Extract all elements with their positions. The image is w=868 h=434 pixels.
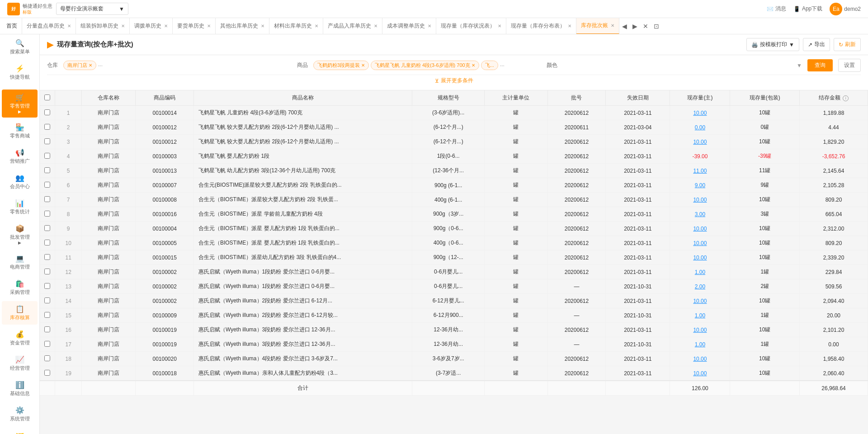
- tab-close-all-btn[interactable]: ✕: [640, 18, 651, 34]
- row-checkbox[interactable]: [44, 167, 50, 173]
- row-qty-main[interactable]: 3.00: [670, 207, 730, 222]
- query-btn[interactable]: 查询: [807, 59, 833, 71]
- company-select[interactable]: 母婴行业演示账套 ▼: [56, 3, 128, 15]
- warehouse-more[interactable]: ···: [98, 62, 103, 69]
- sidebar-item-retail-mgmt[interactable]: 🛒 零售管理 ▶: [2, 90, 38, 118]
- tab-close-icon[interactable]: ✕: [428, 24, 431, 28]
- table-wrapper[interactable]: 仓库名称 商品编码 商品名称 规格型号 主计量单位 批号 失效日期 现存量(主)…: [40, 90, 868, 434]
- row-qty-main[interactable]: 10.00: [670, 222, 730, 236]
- row-checkbox-cell[interactable]: [40, 207, 55, 222]
- row-checkbox-cell[interactable]: [40, 294, 55, 308]
- amount-info-icon[interactable]: i: [843, 95, 849, 101]
- tab-close-icon[interactable]: ✕: [568, 24, 571, 28]
- user-area[interactable]: Ea demo2: [830, 3, 861, 15]
- tab-prev-btn[interactable]: ◀: [619, 18, 630, 34]
- row-qty-main[interactable]: 10.00: [670, 135, 730, 149]
- tab-close-icon[interactable]: ✕: [164, 24, 168, 28]
- sidebar-item-retail-stats[interactable]: 📊 零售统计: [2, 195, 38, 219]
- sidebar-item-retail-shop[interactable]: 🏪 零售商城: [2, 119, 38, 143]
- row-checkbox[interactable]: [44, 138, 50, 144]
- row-qty-main[interactable]: 11.00: [670, 164, 730, 178]
- row-checkbox-cell[interactable]: [40, 337, 55, 352]
- settings-btn[interactable]: 设置: [838, 59, 861, 72]
- row-checkbox[interactable]: [44, 240, 50, 245]
- row-checkbox-cell[interactable]: [40, 164, 55, 178]
- row-checkbox[interactable]: [44, 269, 50, 274]
- row-qty-main[interactable]: 1.00: [670, 265, 730, 279]
- refresh-btn[interactable]: ↻ 刷新: [834, 38, 861, 51]
- tab-chengben[interactable]: 成本调整单历史 ✕: [382, 18, 436, 34]
- row-checkbox-cell[interactable]: [40, 149, 55, 164]
- template-print-btn[interactable]: 🖨️ 按模板打印 ▼: [746, 38, 799, 51]
- sidebar-item-basic[interactable]: ℹ️ 基础信息: [2, 377, 38, 401]
- sidebar-item-wholesale[interactable]: 📦 批发管理 ▶: [2, 221, 38, 249]
- row-qty-main[interactable]: 10.00: [670, 236, 730, 250]
- row-checkbox-cell[interactable]: [40, 193, 55, 207]
- tab-next-btn[interactable]: ▶: [630, 18, 640, 34]
- tag-close-icon[interactable]: ✕: [361, 63, 365, 68]
- tab-close-icon[interactable]: ✕: [611, 23, 614, 28]
- row-qty-main[interactable]: 10.00: [670, 366, 730, 381]
- row-checkbox-cell[interactable]: [40, 352, 55, 366]
- sidebar-item-inventory[interactable]: 📋 库存核算: [2, 301, 38, 325]
- row-checkbox[interactable]: [44, 153, 50, 159]
- select-all-checkbox[interactable]: [44, 94, 50, 100]
- row-qty-main[interactable]: 10.00: [670, 294, 730, 308]
- row-checkbox[interactable]: [44, 355, 50, 361]
- tab-qita[interactable]: 其他出库单历史 ✕: [216, 18, 269, 34]
- sidebar-item-purchase[interactable]: 🛍️ 采购管理: [2, 276, 38, 299]
- row-checkbox-cell[interactable]: [40, 222, 55, 236]
- tab-fenpan[interactable]: 分量盘点单历史 ✕: [22, 18, 76, 34]
- tag-close-icon[interactable]: ✕: [472, 63, 475, 68]
- row-checkbox-cell[interactable]: [40, 279, 55, 294]
- tab-menu-btn[interactable]: ⊡: [651, 18, 662, 34]
- row-checkbox[interactable]: [44, 211, 50, 217]
- row-checkbox[interactable]: [44, 283, 50, 289]
- sidebar-item-enterprise[interactable]: 🤝 企业协同: [2, 428, 38, 434]
- row-checkbox[interactable]: [44, 326, 50, 332]
- row-checkbox[interactable]: [44, 225, 50, 231]
- product-more[interactable]: ···: [500, 62, 505, 69]
- row-checkbox-cell[interactable]: [40, 308, 55, 323]
- tab-close-icon[interactable]: ✕: [121, 24, 125, 28]
- row-qty-main[interactable]: 1.00: [670, 337, 730, 352]
- tab-cailiao[interactable]: 材料出库单历史 ✕: [269, 18, 323, 34]
- tab-kupi[interactable]: 库存批次账 ✕: [576, 18, 619, 34]
- expand-sidebar-btn[interactable]: ▶: [47, 40, 53, 50]
- row-checkbox-cell[interactable]: [40, 106, 55, 120]
- tab-kucun2[interactable]: 现存量（库存分布表） ✕: [506, 18, 576, 34]
- row-checkbox-cell[interactable]: [40, 178, 55, 193]
- product-tag-2[interactable]: 飞鹤星飞帆 儿童奶粉 4段(3-6岁适用) 700克 ✕: [371, 61, 479, 70]
- row-checkbox[interactable]: [44, 254, 50, 260]
- row-qty-main[interactable]: 10.00: [670, 250, 730, 265]
- sidebar-item-finance[interactable]: 💰 资金管理: [2, 326, 38, 350]
- row-qty-main[interactable]: 10.00: [670, 106, 730, 120]
- sidebar-item-marketing[interactable]: 📢 营销推广: [2, 145, 38, 168]
- row-checkbox-cell[interactable]: [40, 250, 55, 265]
- tab-chanpin[interactable]: 产成品入库单历史 ✕: [323, 18, 382, 34]
- tab-close-icon[interactable]: ✕: [207, 24, 211, 28]
- tab-close-icon[interactable]: ✕: [315, 24, 318, 28]
- tab-home[interactable]: 首页: [2, 18, 22, 34]
- row-checkbox[interactable]: [44, 182, 50, 188]
- row-checkbox[interactable]: [44, 109, 50, 115]
- row-checkbox-cell[interactable]: [40, 135, 55, 149]
- tab-kucun1[interactable]: 现存量（库存状况表） ✕: [436, 18, 506, 34]
- row-checkbox-cell[interactable]: [40, 236, 55, 250]
- tab-close-icon[interactable]: ✕: [67, 24, 71, 28]
- tab-tiaobo[interactable]: 调拨单历史 ✕: [130, 18, 173, 34]
- filter-expand-btn[interactable]: ⊻ 展开更多条件: [47, 75, 861, 86]
- tab-close-icon[interactable]: ✕: [261, 24, 264, 28]
- row-checkbox-cell[interactable]: [40, 120, 55, 135]
- tab-close-icon[interactable]: ✕: [374, 24, 377, 28]
- tab-yaohuo[interactable]: 要货单历史 ✕: [173, 18, 216, 34]
- sidebar-item-member[interactable]: 👥 会员中心: [2, 170, 38, 193]
- tag-close-icon[interactable]: ✕: [89, 63, 92, 68]
- messages-btn[interactable]: ✉️ 消息: [767, 5, 786, 13]
- col-checkbox[interactable]: [40, 90, 55, 106]
- row-qty-main[interactable]: 2.00: [670, 279, 730, 294]
- color-dropdown-icon[interactable]: ▼: [797, 62, 802, 69]
- sidebar-item-search[interactable]: 🔍 搜索菜单: [2, 35, 38, 59]
- row-qty-main[interactable]: 0.00: [670, 120, 730, 135]
- row-checkbox[interactable]: [44, 196, 50, 202]
